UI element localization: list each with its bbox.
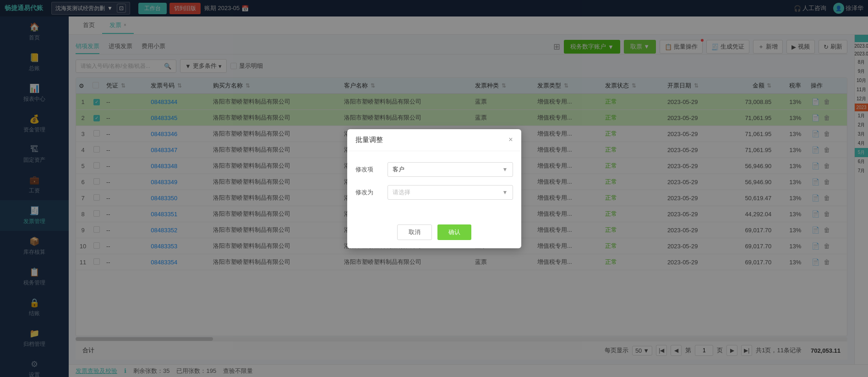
field-value: 客户 [393,165,404,174]
batch-adjust-modal: 批量调整 × 修改项 客户 ▼ 修改为 请选择 ▼ 取消 确认 [347,129,521,248]
field-label: 修改项 [355,165,388,174]
modal-body: 修改项 客户 ▼ 修改为 请选择 ▼ [347,151,521,219]
field-select-arrow-icon: ▼ [502,166,508,173]
value-select[interactable]: 请选择 ▼ [388,185,513,200]
field-select[interactable]: 客户 ▼ [388,162,513,177]
modal-title: 批量调整 [355,136,383,144]
cancel-button[interactable]: 取消 [397,224,432,240]
modal-header: 批量调整 × [347,129,521,151]
form-row-value: 修改为 请选择 ▼ [355,185,513,200]
value-placeholder: 请选择 [393,188,410,197]
modal-overlay: 批量调整 × 修改项 客户 ▼ 修改为 请选择 ▼ 取消 确认 [0,0,868,377]
modal-close-btn[interactable]: × [508,136,513,144]
value-select-arrow-icon: ▼ [502,189,508,196]
value-label: 修改为 [355,188,388,197]
confirm-button[interactable]: 确认 [437,224,471,240]
form-row-field: 修改项 客户 ▼ [355,162,513,177]
modal-footer: 取消 确认 [347,219,521,248]
